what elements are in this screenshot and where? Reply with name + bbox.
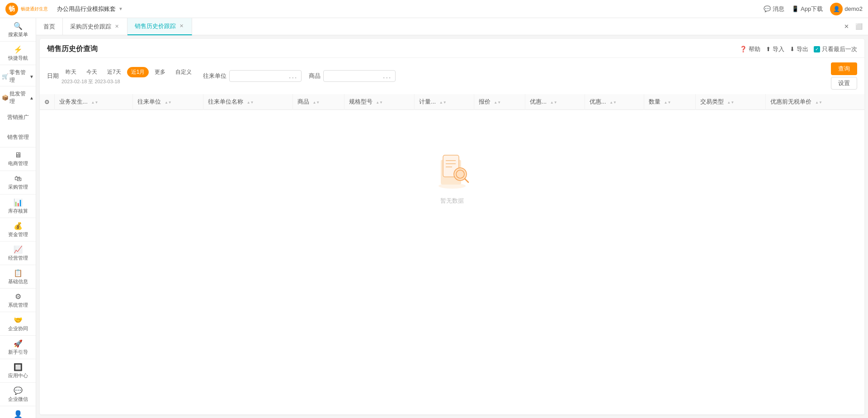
sidebar-item-wholesale[interactable]: 📦 批发管理 ▲ xyxy=(0,86,36,107)
sidebar-item-ecommerce[interactable]: 🖥 电商管理 xyxy=(0,147,36,171)
close-icon[interactable]: ✕ xyxy=(114,23,120,30)
date-filter-group: 日期 昨天 今天 近7天 近1月 更多 自定义 2023-02-18 至 202… xyxy=(47,67,196,85)
col-label: 计量... xyxy=(419,98,436,105)
table-col-product[interactable]: 商品 ▲▼ xyxy=(292,94,344,110)
table-col-discount2[interactable]: 优惠... ▲▼ xyxy=(585,94,644,110)
sidebar-item-label: 基础信息 xyxy=(8,278,28,285)
sidebar-item-sales[interactable]: 销售管理 xyxy=(0,127,36,147)
table-col-partner-code[interactable]: 往来单位 ▲▼ xyxy=(133,94,203,110)
tab-sales-history[interactable]: 销售历史价跟踪 ✕ xyxy=(127,18,192,35)
sidebar-item-label: 零售管理 xyxy=(9,69,28,84)
partner-input[interactable]: ... xyxy=(229,70,302,82)
wechat-icon: 💬 xyxy=(14,386,23,395)
gear-icon: ⚙ xyxy=(44,99,50,105)
sidebar-item-purchase[interactable]: 🛍 采购管理 xyxy=(0,171,36,195)
sidebar-item-inventory[interactable]: 📊 库存核算 xyxy=(0,195,36,218)
table-col-discount1[interactable]: 优惠... ▲▼ xyxy=(525,94,585,110)
col-label: 优惠... xyxy=(530,98,547,105)
header-right: 💬 消息 📱 App下载 👤 demo2 xyxy=(764,3,863,15)
empty-text: 暂无数据 xyxy=(440,197,464,205)
date-chips: 昨天 今天 近7天 近1月 更多 自定义 xyxy=(61,67,196,77)
page-header: 销售历史价查询 ❓ 帮助 ⬆ 导入 ⬇ 导出 ✓ xyxy=(40,39,864,58)
sidebar-item-newbie[interactable]: 🚀 新手引导 xyxy=(0,336,36,359)
tab-sales-history-label: 销售历史价跟踪 xyxy=(135,22,176,30)
sidebar-item-shortcut[interactable]: ⚡ 快捷导航 xyxy=(0,42,36,65)
chevron-down-icon: ▼ xyxy=(29,74,34,79)
table-col-spec[interactable]: 规格型号 ▲▼ xyxy=(344,94,415,110)
table-col-quantity[interactable]: 数量 ▲▼ xyxy=(644,94,695,110)
query-button[interactable]: 查询 xyxy=(831,62,857,75)
sidebar-item-label: 经营管理 xyxy=(8,255,28,261)
import-icon: ⬆ xyxy=(766,46,771,52)
table-col-partner-name[interactable]: 往来单位名称 ▲▼ xyxy=(203,94,293,110)
sidebar-item-system[interactable]: ⚙ 系统管理 xyxy=(0,289,36,312)
date-chip-last7[interactable]: 近7天 xyxy=(103,67,125,77)
download-icon: 📱 xyxy=(792,5,799,12)
partner-filter-group: 往来单位 ... xyxy=(203,70,302,82)
operations-icon: 📈 xyxy=(14,245,23,254)
sort-icon: ▲▼ xyxy=(494,100,501,104)
date-chip-custom[interactable]: 自定义 xyxy=(171,67,196,77)
tab-purchase-history[interactable]: 采购历史价跟踪 ✕ xyxy=(63,18,127,35)
only-last-label: 只看最后一次 xyxy=(822,45,857,53)
import-button[interactable]: ⬆ 导入 xyxy=(766,45,784,53)
top-header: 畅 畅捷通好生意 办公用品行业模拟账套 ▼ 💬 消息 📱 App下载 👤 dem… xyxy=(0,0,868,18)
date-chip-yesterday[interactable]: 昨天 xyxy=(61,67,80,77)
help-button[interactable]: ❓ 帮助 xyxy=(740,45,760,53)
date-chip-today[interactable]: 今天 xyxy=(82,67,101,77)
maximize-button[interactable]: ⬜ xyxy=(854,21,864,32)
sidebar-item-wechat[interactable]: 💬 企业微信 xyxy=(0,383,36,406)
message-button[interactable]: 💬 消息 xyxy=(764,5,784,13)
close-icon[interactable]: ✕ xyxy=(179,22,184,30)
sidebar-item-finance[interactable]: 💰 资金管理 xyxy=(0,218,36,242)
sidebar-item-label: 系统管理 xyxy=(8,302,28,308)
sidebar-item-apps[interactable]: 🔲 应用中心 xyxy=(0,359,36,383)
col-label: 业务发生... xyxy=(59,98,88,105)
sidebar-item-label: 库存核算 xyxy=(8,208,28,214)
filter-bar: 日期 昨天 今天 近7天 近1月 更多 自定义 2023-02-18 至 202… xyxy=(40,58,864,94)
sidebar-item-label: 搜索菜单 xyxy=(8,31,28,38)
sidebar-item-label: 批发管理 xyxy=(9,90,28,105)
svg-line-8 xyxy=(465,179,468,182)
sidebar-item-member[interactable]: 👤 畅会员 xyxy=(0,406,36,418)
col-label: 往来单位 xyxy=(137,98,161,105)
settings-button[interactable]: 设置 xyxy=(831,77,857,90)
enterprise-icon: 🤝 xyxy=(14,316,23,324)
sidebar-item-retail[interactable]: 🛒 零售管理 ▼ xyxy=(0,65,36,86)
date-chip-last1m[interactable]: 近1月 xyxy=(127,67,149,77)
sort-icon: ▲▼ xyxy=(439,100,447,104)
table-col-quote[interactable]: 报价 ▲▼ xyxy=(474,94,525,110)
close-tab-button[interactable]: ✕ xyxy=(841,21,852,32)
table-col-no-tax-price[interactable]: 优惠前无税单价 ▲▼ xyxy=(766,94,864,110)
tab-purchase-history-label: 采购历史价跟踪 xyxy=(70,23,111,31)
sidebar-item-search[interactable]: 🔍 搜索菜单 xyxy=(0,18,36,42)
sort-icon: ▲▼ xyxy=(91,100,98,104)
app-download-button[interactable]: 📱 App下载 xyxy=(792,5,823,13)
wholesale-icon: 📦 xyxy=(2,95,9,101)
newbie-icon: 🚀 xyxy=(14,339,23,348)
product-input[interactable]: ... xyxy=(323,70,396,82)
sidebar-item-operations[interactable]: 📈 经营管理 xyxy=(0,242,36,265)
user-button[interactable]: 👤 demo2 xyxy=(830,3,863,15)
search-icon: 🔍 xyxy=(14,22,23,30)
app-selector[interactable]: 办公用品行业模拟账套 ▼ xyxy=(53,3,127,15)
chevron-up-icon: ▲ xyxy=(29,95,34,100)
table-col-unit[interactable]: 计量... ▲▼ xyxy=(415,94,474,110)
table-col-trade-type[interactable]: 交易类型 ▲▼ xyxy=(695,94,766,110)
export-label: 导出 xyxy=(797,45,808,53)
sort-icon: ▲▼ xyxy=(815,100,822,104)
table-gear-header[interactable]: ⚙ xyxy=(40,94,55,110)
only-last-checkbox[interactable]: ✓ 只看最后一次 xyxy=(814,45,857,53)
sidebar-item-basic[interactable]: 📋 基础信息 xyxy=(0,265,36,289)
tab-home[interactable]: 首页 xyxy=(36,18,63,35)
table-col-biz-date[interactable]: 业务发生... ▲▼ xyxy=(55,94,133,110)
export-button[interactable]: ⬇ 导出 xyxy=(790,45,808,53)
table-header-row: ⚙ 业务发生... ▲▼ 往来单位 ▲▼ 往来单位名称 xyxy=(40,94,864,110)
date-chip-more[interactable]: 更多 xyxy=(151,67,170,77)
col-label: 交易类型 xyxy=(700,98,724,105)
inventory-icon: 📊 xyxy=(14,198,23,207)
empty-state: 暂无数据 xyxy=(40,110,864,241)
sidebar-item-marketing[interactable]: 营销推广 xyxy=(0,107,36,127)
sort-icon: ▲▼ xyxy=(312,100,320,104)
sidebar-item-enterprise[interactable]: 🤝 企业协同 xyxy=(0,312,36,336)
